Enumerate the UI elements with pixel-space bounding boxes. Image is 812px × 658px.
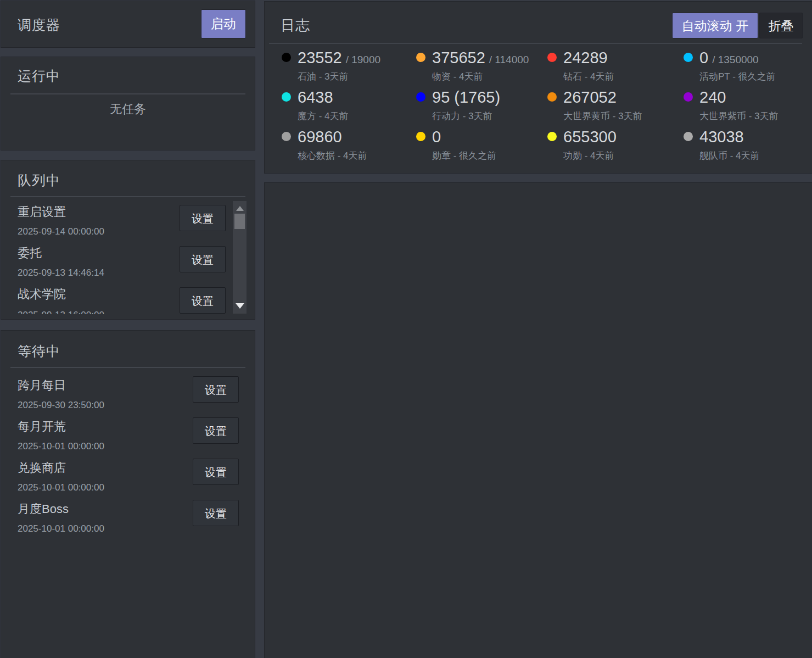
task-settings-button[interactable]: 设置 bbox=[193, 376, 239, 403]
task-name: 委托 bbox=[18, 245, 42, 261]
collapse-button[interactable]: 折叠 bbox=[759, 13, 803, 38]
resource-dot-icon bbox=[684, 132, 693, 141]
resource-max: / 19000 bbox=[346, 54, 380, 66]
resource-value: 655300 bbox=[563, 127, 617, 147]
task-time: 2025-10-01 00:00:00 bbox=[18, 482, 104, 493]
waiting-divider bbox=[10, 367, 245, 368]
dashboard-item-guild-coins: 43038 舰队币 - 4天前 bbox=[684, 127, 810, 166]
task-settings-button[interactable]: 设置 bbox=[193, 500, 239, 526]
resource-label: 活动PT - 很久之前 bbox=[699, 70, 810, 83]
dashboard-item-yellow-coins: 267052 大世界黄币 - 3天前 bbox=[547, 87, 684, 127]
resource-dot-icon bbox=[282, 132, 291, 141]
resource-label: 行动力 - 3天前 bbox=[432, 110, 547, 122]
task-time: 2025-10-01 00:00:00 bbox=[18, 441, 104, 452]
scheduler-panel: 调度器 启动 bbox=[1, 1, 255, 48]
task-time: 2025-09-14 00:00:00 bbox=[18, 226, 104, 237]
resource-dot-icon bbox=[416, 132, 425, 141]
log-panel: 日志 自动滚动 开 折叠 23552 / 19000 石油 - 3天前 3756… bbox=[264, 1, 812, 174]
dashboard-item-gems: 24289 钻石 - 4天前 bbox=[547, 48, 684, 87]
task-time: 2025-10-01 00:00:00 bbox=[18, 523, 104, 534]
task-time: 2025-09-13 16:00:00 bbox=[18, 310, 104, 314]
resource-value: 43038 bbox=[699, 127, 744, 147]
task-settings-button[interactable]: 设置 bbox=[180, 246, 226, 272]
resource-dot-icon bbox=[282, 92, 291, 102]
dashboard-item-supplies: 375652 / 114000 物资 - 4天前 bbox=[416, 48, 547, 87]
running-panel: 运行中 无任务 bbox=[1, 57, 255, 150]
queued-task-list: 重启设置 设置 2025-09-14 00:00:00 委托 设置 2025-0… bbox=[1, 197, 255, 314]
resource-label: 石油 - 3天前 bbox=[298, 70, 416, 83]
log-content-panel[interactable] bbox=[264, 182, 812, 658]
task-name: 战术学院 bbox=[18, 286, 66, 303]
resource-dot-icon bbox=[547, 53, 557, 62]
resource-dot-icon bbox=[282, 53, 291, 62]
dashboard-item-merit: 655300 功勋 - 4天前 bbox=[547, 127, 684, 166]
resource-value: 23552 bbox=[298, 48, 342, 68]
resource-dot-icon bbox=[416, 53, 425, 62]
resource-value: 267052 bbox=[563, 87, 617, 107]
task-time: 2025-09-30 23:50:00 bbox=[18, 400, 104, 411]
task-time: 2025-09-13 14:46:14 bbox=[18, 267, 104, 278]
task-name: 跨月每日 bbox=[18, 377, 66, 394]
task-settings-button[interactable]: 设置 bbox=[193, 459, 239, 485]
resource-dot-icon bbox=[684, 92, 693, 102]
resource-value: 375652 bbox=[432, 48, 485, 68]
scrollbar[interactable] bbox=[233, 201, 247, 314]
waiting-title: 等待中 bbox=[18, 342, 60, 360]
resource-max: / 114000 bbox=[489, 54, 529, 66]
resource-label: 大世界黄币 - 3天前 bbox=[563, 110, 684, 122]
waiting-panel: 等待中 跨月每日 设置 2025-09-30 23:50:00 每月开荒 设置 … bbox=[1, 330, 255, 658]
resource-label: 钻石 - 4天前 bbox=[563, 70, 684, 83]
task-settings-button[interactable]: 设置 bbox=[180, 287, 226, 314]
task-name: 兑换商店 bbox=[18, 460, 66, 476]
resource-value: 24289 bbox=[563, 48, 608, 68]
task-name: 重启设置 bbox=[18, 204, 66, 220]
resource-value: 240 bbox=[699, 87, 726, 107]
resource-value: 0 bbox=[432, 127, 441, 147]
dashboard-item-purple-coins: 240 大世界紫币 - 3天前 bbox=[684, 87, 810, 127]
resource-label: 魔方 - 4天前 bbox=[298, 110, 416, 122]
queued-title: 队列中 bbox=[18, 171, 60, 189]
log-button-group: 自动滚动 开 折叠 bbox=[672, 13, 803, 38]
resource-value: 69860 bbox=[298, 127, 342, 147]
running-title: 运行中 bbox=[18, 67, 60, 85]
resource-dot-icon bbox=[416, 92, 425, 102]
dashboard-item-event-pt: 0 / 1350000 活动PT - 很久之前 bbox=[684, 48, 810, 87]
resource-dot-icon bbox=[547, 132, 557, 141]
log-title: 日志 bbox=[281, 16, 310, 35]
resource-label: 核心数据 - 4天前 bbox=[298, 149, 416, 162]
log-header-divider bbox=[269, 43, 802, 44]
scheduler-title: 调度器 bbox=[18, 16, 60, 34]
running-divider bbox=[10, 93, 245, 94]
resource-value: 0 bbox=[699, 48, 708, 68]
dashboard-grid: 23552 / 19000 石油 - 3天前 375652 / 114000 物… bbox=[282, 48, 810, 166]
task-settings-button[interactable]: 设置 bbox=[180, 205, 226, 231]
running-empty-text: 无任务 bbox=[1, 101, 255, 118]
queued-panel: 队列中 重启设置 设置 2025-09-14 00:00:00 委托 设置 20… bbox=[1, 160, 255, 320]
app-root: 调度器 启动 运行中 无任务 队列中 重启设置 设置 2025-09-14 00… bbox=[0, 0, 812, 658]
scrollbar-up-arrow-icon[interactable] bbox=[236, 206, 244, 211]
resource-max: / 1350000 bbox=[712, 54, 759, 66]
resource-label: 物资 - 4天前 bbox=[432, 70, 547, 83]
resource-value: 95 (1765) bbox=[432, 87, 500, 107]
resource-label: 舰队币 - 4天前 bbox=[699, 149, 810, 162]
resource-value: 6438 bbox=[298, 87, 333, 107]
resource-dot-icon bbox=[684, 53, 693, 62]
task-name: 月度Boss bbox=[18, 501, 69, 517]
dashboard-item-cube: 6438 魔方 - 4天前 bbox=[282, 87, 416, 127]
resource-label: 功勋 - 4天前 bbox=[563, 149, 684, 162]
task-settings-button[interactable]: 设置 bbox=[193, 417, 239, 444]
scrollbar-down-arrow-icon[interactable] bbox=[236, 303, 244, 309]
autoscroll-toggle-button[interactable]: 自动滚动 开 bbox=[672, 13, 758, 38]
scrollbar-thumb[interactable] bbox=[234, 214, 245, 229]
dashboard-item-action-points: 95 (1765) 行动力 - 3天前 bbox=[416, 87, 547, 127]
resource-label: 勋章 - 很久之前 bbox=[432, 149, 547, 162]
start-button[interactable]: 启动 bbox=[201, 9, 246, 38]
dashboard-item-medal: 0 勋章 - 很久之前 bbox=[416, 127, 547, 166]
task-name: 每月开荒 bbox=[18, 419, 66, 435]
resource-label: 大世界紫币 - 3天前 bbox=[699, 110, 810, 122]
resource-dot-icon bbox=[547, 92, 557, 102]
dashboard-item-core-data: 69860 核心数据 - 4天前 bbox=[282, 127, 416, 166]
dashboard-item-oil: 23552 / 19000 石油 - 3天前 bbox=[282, 48, 416, 87]
